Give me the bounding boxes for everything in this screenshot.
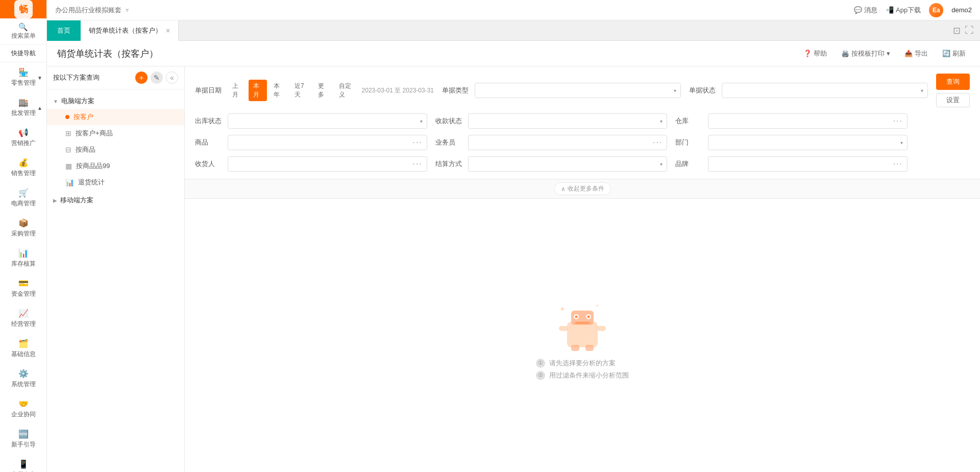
query-actions: 查询 设置 <box>936 74 970 107</box>
user-name[interactable]: demo2 <box>951 6 972 14</box>
goods-input[interactable]: ··· <box>228 135 427 150</box>
warehouse-input[interactable]: ··· <box>708 113 908 129</box>
app-logo: 畅 <box>0 0 46 18</box>
sidebar-item-system[interactable]: ⚙️ 系统管理 <box>0 364 46 394</box>
warehouse-field: 仓库 ··· <box>675 113 908 129</box>
collapse-button[interactable]: ∧ 收起更多条件 <box>554 182 611 195</box>
scheme-by-customer[interactable]: 按客户 <box>47 109 184 125</box>
date-btn-thismonth[interactable]: 本月 <box>249 80 267 101</box>
sidebar-item-newbie[interactable]: 🆕 新手引导 <box>0 424 46 454</box>
filter-row-4: 收货人 ··· 结算方式 ▾ <box>195 156 970 172</box>
more-icon: ··· <box>653 138 663 147</box>
tab-expand-button[interactable]: ⊡ ⛶ <box>947 25 980 36</box>
grid-icon: ⊞ <box>65 129 71 137</box>
sidebar-item-enterprise[interactable]: 🤝 企业协同 <box>0 394 46 424</box>
sidebar-item-operations[interactable]: 📈 经营管理 <box>0 303 46 334</box>
svg-rect-7 <box>559 326 568 331</box>
chart-icon: 📊 <box>65 178 74 186</box>
message-button[interactable]: 💬 消息 <box>854 6 877 15</box>
header-left: 办公用品行业模拟账套 ▾ <box>55 6 129 15</box>
order-type-input[interactable]: ▾ <box>475 83 681 98</box>
collect-status-input[interactable]: ▾ <box>468 113 668 129</box>
newbie-icon: 🆕 <box>18 429 29 439</box>
export-button[interactable]: 📤 导出 <box>900 47 932 60</box>
scheme-by-goods99[interactable]: ▦ 按商品品99 <box>47 158 184 174</box>
retail-icon: 🏪 <box>18 67 29 77</box>
chevron-down-icon: ▾ <box>420 119 423 124</box>
empty-hints: ① 请先选择要分析的方案 ② 用过滤条件来缩小分析范围 <box>536 359 629 380</box>
filter-row-1: 单据日期 上月 本月 本年 近7天 更多 自定义 2023-03-01 至 20… <box>195 74 970 107</box>
tab-sales-stats[interactable]: 销货单统计表（按客户） × <box>81 20 179 41</box>
industry-name: 办公用品行业模拟账套 <box>55 6 121 15</box>
desktop-group-header[interactable]: ▼ 电脑端方案 <box>47 93 184 109</box>
svg-point-4 <box>575 315 578 318</box>
filter-row-3: 商品 ··· 业务员 ··· <box>195 135 970 150</box>
right-panel: 单据日期 上月 本月 本年 近7天 更多 自定义 2023-03-01 至 20… <box>185 66 980 472</box>
collapse-panel-button[interactable]: « <box>166 72 178 84</box>
empty-robot-svg: ✦ ✦ <box>557 301 608 352</box>
sidebar-item-ecommerce[interactable]: 🛒 电商管理 <box>0 183 46 213</box>
sidebar-item-basic[interactable]: 🗂️ 基础信息 <box>0 334 46 364</box>
empty-hint-1: ① 请先选择要分析的方案 <box>536 359 629 368</box>
more-icon: ··· <box>412 138 422 147</box>
date-btn-custom[interactable]: 自定义 <box>334 80 358 101</box>
svg-rect-0 <box>567 322 598 347</box>
edit-scheme-button[interactable]: ✎ <box>151 72 163 84</box>
help-button[interactable]: ❓ 帮助 <box>799 47 831 60</box>
department-input[interactable]: ▾ <box>708 135 908 150</box>
svg-text:✦: ✦ <box>595 303 599 309</box>
inventory-icon: 📊 <box>18 248 29 258</box>
chevron-down-icon: ▾ <box>900 140 903 146</box>
goods-field: 商品 ··· <box>195 135 427 150</box>
date-btn-lastmonth[interactable]: 上月 <box>228 80 247 101</box>
sidebar-item-appcenter[interactable]: 📱 应用中心 <box>0 454 46 472</box>
svg-rect-8 <box>597 326 606 331</box>
order-status-input[interactable]: ▾ <box>722 83 928 98</box>
brand-field: 品牌 ··· <box>675 156 908 172</box>
avatar: Ea <box>929 3 943 17</box>
sidebar-item-marketing[interactable]: 📢 营销推广 <box>0 123 46 153</box>
scheme-tree: ▼ 电脑端方案 按客户 ⊞ 按客户+商品 ⊟ 按商品 <box>47 89 184 472</box>
add-scheme-button[interactable]: + <box>135 72 148 84</box>
tab-close-icon[interactable]: × <box>166 27 170 35</box>
app-download-button[interactable]: 📲 App下载 <box>886 6 921 15</box>
settings-button[interactable]: 设置 <box>936 93 970 107</box>
query-button[interactable]: 查询 <box>936 74 970 90</box>
date-btn-more[interactable]: 更多 <box>313 80 332 101</box>
page-header: 销货单统计表（按客户） ❓ 帮助 🖨️ 按模板打印 ▾ 📤 导出 🔄 刷新 <box>47 41 980 66</box>
refresh-button[interactable]: 🔄 刷新 <box>938 47 970 60</box>
more-icon: ··· <box>412 159 422 169</box>
tab-home[interactable]: 首页 <box>47 20 81 41</box>
date-btn-7days[interactable]: 近7天 <box>290 80 311 101</box>
order-type-field: 单据类型 ▾ <box>442 83 681 98</box>
sidebar-item-wholesale[interactable]: 🏬 批发管理 ▲ <box>0 92 46 123</box>
scheme-by-customer-goods[interactable]: ⊞ 按客户+商品 <box>47 125 184 141</box>
sidebar-item-finance[interactable]: 💳 资金管理 <box>0 273 46 303</box>
date-btn-thisyear[interactable]: 本年 <box>269 80 288 101</box>
scheme-refund[interactable]: 📊 退货统计 <box>47 174 184 191</box>
tabs-bar: 首页 销货单统计表（按客户） × ⊡ ⛶ <box>47 20 980 41</box>
settle-method-input[interactable]: ▾ <box>468 156 668 172</box>
print-button[interactable]: 🖨️ 按模板打印 ▾ <box>837 47 894 60</box>
system-icon: ⚙️ <box>18 369 29 379</box>
out-status-field: 出库状态 ▾ <box>195 113 427 129</box>
sidebar-item-retail[interactable]: 🏪 零售管理 ▼ <box>0 62 46 92</box>
svg-text:✦: ✦ <box>559 305 566 313</box>
recipient-input[interactable]: ··· <box>228 156 427 172</box>
mobile-group-header[interactable]: ▶ 移动端方案 <box>47 193 184 208</box>
quick-nav-item[interactable]: 快捷导航 <box>0 45 46 62</box>
salesman-input[interactable]: ··· <box>468 135 668 150</box>
collect-status-field: 收款状态 ▾ <box>435 113 668 129</box>
scheme-by-goods[interactable]: ⊟ 按商品 <box>47 141 184 158</box>
out-status-input[interactable]: ▾ <box>228 113 427 129</box>
sidebar-item-sales[interactable]: 💰 销售管理 <box>0 153 46 183</box>
brand-input[interactable]: ··· <box>708 156 908 172</box>
sidebar-item-inventory[interactable]: 📊 库存核算 <box>0 243 46 273</box>
sidebar-item-purchase[interactable]: 📦 采购管理 <box>0 213 46 243</box>
tree-arrow-down: ▼ <box>53 99 58 104</box>
search-menu-item[interactable]: 🔍 搜索菜单 <box>0 18 46 45</box>
finance-icon: 💳 <box>18 278 29 288</box>
header-right: 💬 消息 📲 App下载 Ea demo2 <box>854 3 972 17</box>
panel-actions: + ✎ « <box>135 72 178 84</box>
date-filter: 单据日期 上月 本月 本年 近7天 更多 自定义 2023-03-01 至 20… <box>195 80 434 101</box>
